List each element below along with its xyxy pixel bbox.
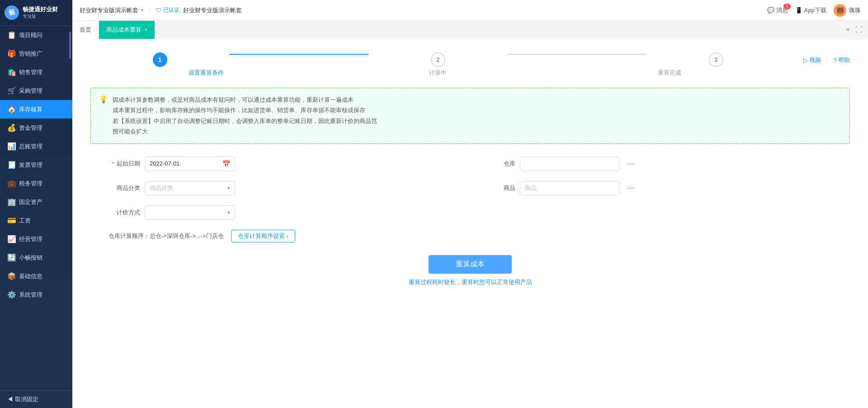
tab-close-button[interactable]: × [144, 27, 147, 33]
step-connector-1 [229, 54, 368, 55]
system-icon: ⚙️ [7, 290, 15, 299]
category-select[interactable]: 商品分类 ▾ [145, 181, 235, 195]
warehouse-label: 仓库 [484, 160, 515, 168]
calendar-icon: 📅 [222, 160, 230, 167]
verified-badge: 🛡 已认证 [156, 6, 179, 14]
account-chevron-icon: ▾ [141, 7, 144, 13]
sidebar-item-asset[interactable]: 🏢 固定资产 [0, 193, 72, 211]
phone-icon: 📱 [795, 7, 802, 14]
accounting-icon: 📊 [7, 142, 15, 151]
goods-label: 商品 [484, 184, 515, 192]
category-field: 商品分类 商品分类 ▾ [108, 181, 457, 195]
video-link[interactable]: ▷ 视频 [803, 56, 821, 64]
sidebar-item-sales[interactable]: 🛍️ 销售管理 [0, 63, 72, 81]
question-icon: ? [834, 57, 837, 64]
sidebar-item-purchase[interactable]: 🛒 采购管理 [0, 81, 72, 100]
start-date-label: * 起始日期 [108, 160, 140, 168]
step-3: 3 [646, 52, 785, 67]
sales-icon: 🛍️ [7, 68, 15, 76]
play-icon: ▷ [803, 57, 808, 64]
sidebar-item-tax[interactable]: 💼 税务管理 [0, 174, 72, 193]
sidebar-item-marketing[interactable]: 🎁 营销推广 [0, 44, 72, 63]
sidebar-item-expense[interactable]: 🔄 小畅报销 [0, 248, 72, 267]
tab-home[interactable]: 首页 [72, 21, 99, 39]
logo-text: 畅捷通好业财 专业版 [23, 6, 58, 20]
goods-more-button[interactable]: ··· [627, 183, 634, 193]
scroll-indicator [68, 27, 72, 390]
step-connector-2 [507, 54, 646, 55]
step-3-label: 重算完成 [658, 69, 681, 76]
step-1-label: 设置重算条件 [189, 69, 224, 76]
stepper: 1 2 3 设置重算条件 [90, 52, 785, 77]
warehouse-order-settings-button[interactable]: 仓库计算顺序设置 › [231, 230, 295, 242]
step-2: 2 [368, 52, 507, 67]
form-row-2: 商品分类 商品分类 ▾ 商品 商品 ··· [108, 181, 832, 195]
form-row-3: 计价方式 ▾ [108, 205, 832, 220]
topbar-right: 💬 消息 1 📱 App下载 🐻 珠珠 [767, 4, 861, 17]
message-button[interactable]: 💬 消息 1 [767, 6, 788, 14]
sidebar-item-base[interactable]: 📦 基础信息 [0, 267, 72, 285]
project-icon: 📋 [7, 31, 15, 39]
pricing-field: 计价方式 ▾ [108, 205, 832, 220]
goods-field: 商品 商品 ··· [457, 181, 832, 195]
notice-text: 因成本计算参数调整，或是对商品成本有疑问时，可以通过成本重算功能，重新计算一遍成… [113, 95, 377, 137]
warehouse-more-button[interactable]: ··· [627, 159, 634, 168]
window-controls: × ⛶ [846, 26, 868, 34]
category-label: 商品分类 [108, 184, 140, 192]
tabbar: 首页 商品成本重算 × × ⛶ [72, 21, 868, 39]
finance-icon: 💰 [7, 123, 15, 132]
message-icon: 💬 [767, 7, 774, 14]
pricing-chevron-icon: ▾ [227, 209, 230, 216]
account-selector[interactable]: 好业财专业版演示帐套 ▾ [80, 6, 144, 14]
account-name: 好业财专业版演示帐套 [80, 6, 138, 14]
help-link[interactable]: ? 帮助 [834, 56, 850, 64]
warehouse-input[interactable] [520, 157, 619, 171]
sidebar-item-invoice[interactable]: 🧾 发票管理 [0, 156, 72, 174]
marketing-icon: 🎁 [7, 49, 15, 58]
step-1-circle: 1 [153, 52, 167, 67]
sidebar-item-salary[interactable]: 💳 工资 [0, 211, 72, 230]
close-window-button[interactable]: × [846, 26, 850, 34]
warehouse-order-row: 仓库计算顺序：总仓->深圳仓库->...->门店仓 仓库计算顺序设置 › [108, 230, 832, 242]
user-menu[interactable]: 🐻 珠珠 [834, 4, 861, 17]
sidebar: 畅 畅捷通好业财 专业版 📋 项目顾问 🎁 营销推广 🛍️ 销售管理 🛒 采购管… [0, 0, 72, 408]
start-date-input[interactable]: 2022-07-01 📅 [145, 157, 235, 171]
topbar: 好业财专业版演示帐套 ▾ | 🛡 已认证 好业财专业版演示帐套 💬 消息 1 📱… [72, 0, 868, 21]
sidebar-unpin-button[interactable]: ◀ 取消固定 [0, 390, 72, 408]
recalc-button[interactable]: 重算成本 [429, 255, 512, 274]
message-badge: 1 [783, 4, 791, 9]
base-icon: 📦 [7, 272, 15, 280]
sidebar-item-finance[interactable]: 💰 资金管理 [0, 119, 72, 137]
sidebar-logo: 畅 畅捷通好业财 专业版 [0, 0, 72, 26]
sidebar-item-system[interactable]: ⚙️ 系统管理 [0, 285, 72, 304]
step-3-circle: 3 [709, 52, 723, 67]
sidebar-item-inventory[interactable]: 🏠 库存核算 [0, 100, 72, 119]
step-2-circle: 2 [431, 52, 445, 67]
username: 珠珠 [849, 6, 861, 14]
sidebar-item-operation[interactable]: 📈 经营管理 [0, 230, 72, 248]
sidebar-item-accounting[interactable]: 📊 总账管理 [0, 137, 72, 156]
tab-recalc[interactable]: 商品成本重算 × [99, 21, 155, 39]
pricing-select[interactable]: ▾ [145, 205, 235, 220]
app-download-button[interactable]: 📱 App下载 [795, 6, 826, 14]
start-date-field: * 起始日期 2022-07-01 📅 [108, 157, 457, 171]
sidebar-item-project[interactable]: 📋 项目顾问 [0, 26, 72, 44]
goods-input[interactable]: 商品 [520, 181, 619, 195]
main-area: 好业财专业版演示帐套 ▾ | 🛡 已认证 好业财专业版演示帐套 💬 消息 1 📱… [72, 0, 868, 408]
expand-window-button[interactable]: ⛶ [855, 26, 863, 34]
notice-box: 💡 因成本计算参数调整，或是对商品成本有疑问时，可以通过成本重算功能，重新计算一… [90, 88, 850, 144]
asset-icon: 🏢 [7, 198, 15, 206]
tax-icon: 💼 [7, 179, 15, 188]
bulb-icon: 💡 [99, 95, 108, 137]
warehouse-order-label: 仓库计算顺序：总仓->深圳仓库->...->门店仓 [108, 232, 224, 240]
avatar: 🐻 [834, 4, 846, 17]
invoice-icon: 🧾 [7, 161, 15, 169]
step-1: 1 [90, 52, 229, 67]
recalc-section: 重算成本 重算过程耗时较长，重算时您可以正常使用产品 [90, 255, 850, 286]
operation-icon: 📈 [7, 235, 15, 243]
step-2-label: 计算中 [429, 69, 447, 76]
salary-icon: 💳 [7, 216, 15, 225]
form-row-1: * 起始日期 2022-07-01 📅 仓库 ··· [108, 157, 832, 171]
sidebar-scroll: 📋 项目顾问 🎁 营销推广 🛍️ 销售管理 🛒 采购管理 🏠 库存核算 💰 资金… [0, 26, 72, 390]
topbar-divider: | [149, 7, 151, 14]
